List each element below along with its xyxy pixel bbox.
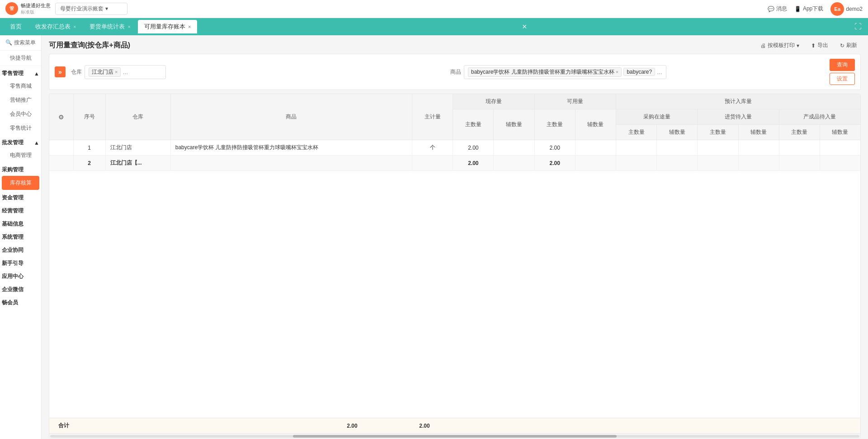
scrollbar-thumb[interactable]: [293, 435, 617, 438]
more-icon[interactable]: ...: [657, 68, 662, 76]
message-button[interactable]: 💬 消息: [768, 5, 787, 13]
industry-selector[interactable]: 母婴行业演示账套 ▾: [55, 3, 127, 15]
download-icon: 📱: [794, 6, 801, 12]
remove-product-1-icon[interactable]: ×: [616, 69, 618, 75]
col-forecast-group: 预计入库量: [616, 94, 860, 109]
page-title: 可用量查询(按仓库+商品): [49, 41, 130, 50]
horizontal-scrollbar[interactable]: [49, 433, 860, 439]
refresh-button[interactable]: ↻ 刷新: [836, 40, 861, 51]
sidebar-section-collab[interactable]: 企业协同: [0, 243, 41, 256]
col-no: 序号: [73, 94, 105, 140]
filter-warehouse-group: 仓库 江北门店 × ...: [71, 65, 445, 79]
col-available-main: 主数量: [534, 109, 575, 140]
tab-stock-summary[interactable]: 收发存汇总表 ×: [29, 20, 82, 33]
page-actions: 🖨 按模板打印 ▾ ⬆ 导出 ↻ 刷新: [757, 40, 861, 51]
product-tag-2: babycare?: [623, 68, 655, 76]
footer-available-main: 2.00: [406, 423, 443, 429]
print-button[interactable]: 🖨 按模板打印 ▾: [757, 40, 803, 51]
main-layout: 🔍 搜索菜单 快捷导航 零售管理 ▲ 零售商城 营销推广 会员中心 零售统计 批…: [0, 35, 868, 439]
sidebar-section-operations[interactable]: 经营管理: [0, 203, 41, 217]
sidebar-section-wholesale[interactable]: 批发管理 ▲: [0, 135, 41, 148]
close-icon[interactable]: ×: [188, 24, 191, 29]
warehouse-input[interactable]: 江北门店 × ...: [85, 65, 166, 79]
top-bar-right: 💬 消息 📱 App下载 Ea demo2: [768, 2, 863, 16]
product-label: 商品: [450, 68, 461, 76]
sidebar-item-member[interactable]: 会员中心: [0, 107, 41, 121]
app-name: 畅捷通好生意: [21, 2, 51, 9]
col-product: 商品: [170, 94, 412, 140]
col-production-sub: 辅数量: [820, 125, 860, 140]
search-icon: 🔍: [5, 39, 12, 46]
data-table: ⚙ 序号 仓库 商品 主计量 现存量 可用量 预计入库量 主数量 辅数量: [49, 94, 860, 171]
sidebar-item-retail-mall[interactable]: 零售商城: [0, 79, 41, 93]
chevron-down-icon: ▾: [797, 42, 799, 49]
close-all-button[interactable]: ×: [519, 22, 531, 32]
expand-icon[interactable]: ⛶: [852, 23, 864, 31]
col-incoming-main: 主数量: [698, 125, 738, 140]
col-unit: 主计量: [412, 94, 453, 140]
print-icon: 🖨: [760, 42, 766, 49]
footer-stock-main: 2.00: [334, 423, 370, 429]
sidebar-section-purchase[interactable]: 采购管理: [0, 162, 41, 175]
sidebar-item-retail-stats[interactable]: 零售统计: [0, 121, 41, 135]
sidebar-search[interactable]: 🔍 搜索菜单: [0, 35, 41, 51]
sidebar-item-quick-nav[interactable]: 快捷导航: [0, 51, 41, 66]
col-incoming-sub: 辅数量: [738, 125, 779, 140]
sidebar-item-inventory[interactable]: 库存核算: [2, 176, 39, 190]
filter-bar: » 仓库 江北门店 × ... 商品 babycare学饮杯 儿童防摔防撞吸管杯…: [49, 54, 861, 90]
user-profile[interactable]: Ea demo2: [830, 2, 863, 16]
user-name: demo2: [846, 6, 863, 12]
col-available-sub: 辅数量: [575, 109, 616, 140]
settings-button[interactable]: 设置: [830, 73, 855, 85]
sidebar-item-ecommerce[interactable]: 电商管理: [0, 148, 41, 162]
query-button[interactable]: 查询: [830, 59, 855, 71]
chevron-down-icon: ▲: [34, 140, 39, 146]
close-icon[interactable]: ×: [127, 24, 130, 29]
close-icon[interactable]: ×: [73, 24, 76, 29]
col-stock-sub: 辅数量: [494, 109, 534, 140]
sidebar-section-basic-info[interactable]: 基础信息: [0, 217, 41, 230]
col-available-group: 可用量: [534, 94, 616, 109]
table-footer: 合计 2.00 2.00: [49, 418, 860, 433]
table-container: ⚙ 序号 仓库 商品 主计量 现存量 可用量 预计入库量 主数量 辅数量: [49, 94, 861, 439]
sidebar-section-newbie[interactable]: 新手引导: [0, 256, 41, 269]
sidebar-section-system[interactable]: 系统管理: [0, 230, 41, 243]
col-gear[interactable]: ⚙: [49, 94, 73, 140]
export-button[interactable]: ⬆ 导出: [807, 40, 832, 51]
product-input[interactable]: babycare学饮杯 儿童防摔防撞吸管杯重力球吸嘴杯宝宝水杯 × babyca…: [464, 65, 666, 79]
footer-label: 合计: [54, 422, 334, 430]
sidebar-section-wechat[interactable]: 企业微信: [0, 282, 41, 295]
col-stock-group: 现存量: [453, 94, 534, 109]
col-incoming-group: 进货待入量: [698, 109, 779, 125]
filter-expand-button[interactable]: »: [55, 66, 66, 77]
app-download-button[interactable]: 📱 App下载: [794, 5, 823, 13]
chevron-down-icon: ▾: [105, 5, 108, 12]
nav-tabs: 首页 收发存汇总表 × 要货单统计表 × 可用量库存账本 × × ⛶: [0, 18, 868, 35]
table-row: 2 江北门店【... 2.00 2.00: [49, 156, 860, 171]
tab-order-stats[interactable]: 要货单统计表 ×: [83, 20, 137, 33]
tab-available-stock[interactable]: 可用量库存账本 ×: [138, 20, 197, 33]
warehouse-label: 仓库: [71, 68, 82, 76]
logo-icon: 管: [5, 2, 18, 15]
sidebar-section-finance[interactable]: 资金管理: [0, 190, 41, 203]
avatar: Ea: [830, 2, 844, 16]
sidebar-item-marketing[interactable]: 营销推广: [0, 93, 41, 107]
more-icon[interactable]: ...: [123, 68, 128, 76]
warehouse-tag: 江北门店 ×: [89, 67, 121, 77]
refresh-icon: ↻: [840, 42, 844, 49]
tab-home[interactable]: 首页: [4, 20, 28, 33]
sidebar-section-retail[interactable]: 零售管理 ▲: [0, 66, 41, 79]
sidebar-section-app-center[interactable]: 应用中心: [0, 269, 41, 282]
filter-product-group: 商品 babycare学饮杯 儿童防摔防撞吸管杯重力球吸嘴杯宝宝水杯 × bab…: [450, 65, 824, 79]
content-area: 可用量查询(按仓库+商品) 🖨 按模板打印 ▾ ⬆ 导出 ↻ 刷新: [42, 35, 868, 439]
sidebar-section-member2[interactable]: 畅会员: [0, 295, 41, 308]
scrollbar-track: [50, 435, 859, 438]
sidebar: 🔍 搜索菜单 快捷导航 零售管理 ▲ 零售商城 营销推广 会员中心 零售统计 批…: [0, 35, 42, 439]
table-row: 1 江北门店 babycare学饮杯 儿童防摔防撞吸管杯重力球吸嘴杯宝宝水杯 个…: [49, 140, 860, 156]
table-scroll[interactable]: ⚙ 序号 仓库 商品 主计量 现存量 可用量 预计入库量 主数量 辅数量: [49, 94, 860, 418]
col-purchase-main: 主数量: [616, 125, 657, 140]
col-purchase-sub: 辅数量: [657, 125, 698, 140]
remove-warehouse-icon[interactable]: ×: [115, 69, 118, 75]
top-bar: 管 畅捷通好生意 标准版 母婴行业演示账套 ▾ 💬 消息 📱 App下载 Ea …: [0, 0, 868, 18]
col-stock-main: 主数量: [453, 109, 494, 140]
